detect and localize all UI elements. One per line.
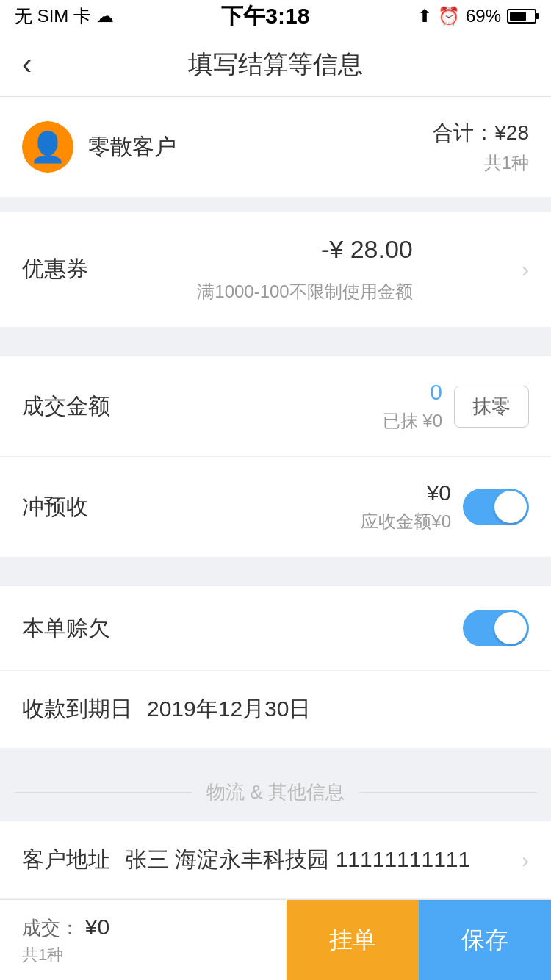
due-date-label: 收款到期日 [22,694,132,724]
debt-toggle[interactable] [463,610,529,646]
avatar-icon: 👤 [29,130,66,165]
coupon-row[interactable]: 优惠券 -¥ 28.00 满1000-100不限制使用金额 › [0,212,551,327]
content-area: 👤 零散客户 合计：¥28 共1种 优惠券 -¥ 28.00 满1000-100… [0,97,551,980]
due-date-row: 收款到期日 2019年12月30日 [0,671,551,748]
bottom-deal-amount: ¥0 [85,915,109,939]
debt-section: 本单赊欠 收款到期日 2019年12月30日 [0,586,551,748]
coupon-label: 优惠券 [22,254,88,284]
bottom-count: 共1种 [22,944,264,966]
customer-right: 合计：¥28 共1种 [433,119,529,175]
address-row[interactable]: 客户地址 张三 海淀永丰科技园 11111111111 › [0,821,551,898]
debt-label: 本单赊欠 [22,613,110,644]
bottom-deal-row: 成交： ¥0 [22,915,264,941]
round-zero-button[interactable]: 抹零 [454,386,529,428]
nav-bar: ‹ 填写结算等信息 [0,32,551,97]
bottom-deal-label: 成交： [22,917,79,939]
coupon-discount: -¥ 28.00 [321,235,413,264]
deal-amount-label: 成交金额 [22,392,110,422]
coupon-description: 满1000-100不限制使用金额 [197,280,412,303]
customer-avatar: 👤 [22,121,73,173]
prepayment-sub: 应收金额¥0 [361,510,451,533]
debt-toggle-knob [494,612,527,644]
bottom-bar: 成交： ¥0 共1种 挂单 保存 [0,899,551,980]
logistics-text: 物流 & 其他信息 [206,779,345,805]
battery-icon [507,9,536,24]
prepayment-row: 冲预收 ¥0 应收金额¥0 [0,457,551,557]
pending-button[interactable]: 挂单 [287,900,419,981]
logistics-line-right [359,792,536,793]
page-title: 填写结算等信息 [188,48,363,82]
logistics-line-left [15,792,192,793]
prepayment-toggle[interactable] [463,489,529,525]
divider-2 [0,572,551,586]
prepayment-right: ¥0 应收金额¥0 [361,480,529,533]
status-bar-right: ⬆ ⏰ 69% [417,6,536,26]
address-section: 客户地址 张三 海淀永丰科技园 11111111111 › [0,821,551,898]
logistics-divider: 物流 & 其他信息 [0,763,551,821]
deal-amount-row: 成交金额 0 已抹 ¥0 抹零 [0,356,551,457]
address-label: 客户地址 [22,845,110,875]
deal-amount-col: 0 已抹 ¥0 [383,380,442,433]
chevron-right-icon: › [522,257,529,282]
customer-name: 零散客户 [88,132,176,162]
status-bar: 无 SIM 卡 ☁ 下午3:18 ⬆ ⏰ 69% [0,0,551,32]
divider-1 [0,342,551,356]
deal-section: 成交金额 0 已抹 ¥0 抹零 冲预收 ¥0 应收金额¥0 [0,356,551,557]
deal-amount-sub: 已抹 ¥0 [383,409,442,433]
prepayment-amount-col: ¥0 应收金额¥0 [361,480,451,533]
sim-label: 无 SIM 卡 ☁ [15,4,114,28]
alarm-icon: ⏰ [438,6,460,26]
due-date-value: 2019年12月30日 [147,694,311,724]
deal-amount-right: 0 已抹 ¥0 抹零 [383,380,529,433]
back-button[interactable]: ‹ [22,48,32,81]
prepayment-amount: ¥0 [427,480,451,505]
coupon-section: 优惠券 -¥ 28.00 满1000-100不限制使用金额 › [0,212,551,327]
address-value: 张三 海淀永丰科技园 11111111111 [125,845,522,875]
status-bar-left: 无 SIM 卡 ☁ [15,4,114,28]
address-chevron-icon: › [522,848,529,873]
customer-left: 👤 零散客户 [22,121,176,173]
customer-card: 👤 零散客户 合计：¥28 共1种 [0,97,551,197]
location-icon: ⬆ [417,6,432,26]
coupon-right: -¥ 28.00 满1000-100不限制使用金额 [197,235,412,303]
status-bar-time: 下午3:18 [221,1,309,32]
customer-total: 合计：¥28 [433,119,529,147]
battery-percent: 69% [466,6,501,26]
toggle-knob [494,491,527,523]
save-button[interactable]: 保存 [419,900,551,981]
debt-row: 本单赊欠 [0,586,551,671]
deal-amount-value: 0 [430,380,442,405]
prepayment-label: 冲预收 [22,492,88,522]
customer-count: 共1种 [433,151,529,175]
bottom-info: 成交： ¥0 共1种 [0,915,287,966]
